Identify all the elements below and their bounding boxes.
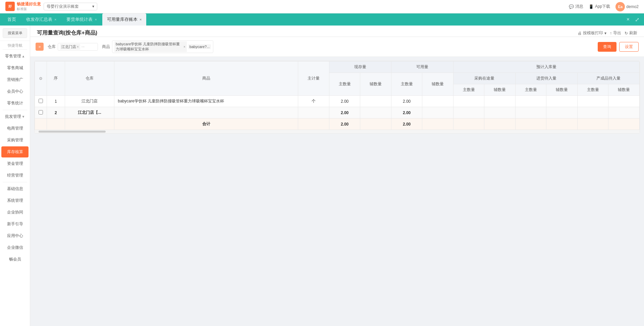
user-menu[interactable]: Ea demo2 bbox=[615, 2, 639, 11]
table-row: 2 江北门店【... 2.00 2.00 bbox=[35, 107, 640, 119]
row1-checkbox[interactable] bbox=[39, 99, 43, 103]
home-tab-label: 首页 bbox=[7, 16, 16, 22]
sidebar-item-retail-mall-label: 零售商城 bbox=[7, 65, 23, 71]
th-avail-main: 主数量 bbox=[391, 73, 422, 96]
scrollbar-thumb[interactable] bbox=[39, 131, 106, 133]
tab-receive-close[interactable]: × bbox=[54, 17, 56, 21]
settings-btn[interactable]: 设置 bbox=[619, 42, 639, 52]
column-settings-icon[interactable]: ⚙ bbox=[39, 76, 43, 81]
product-tag-1-close[interactable]: × bbox=[183, 45, 185, 49]
edition-label: 标准版 bbox=[17, 7, 41, 11]
sidebar-item-marketing[interactable]: 营销推广 bbox=[1, 74, 29, 85]
filter-area: » 仓库 江北门店 × ··· 商品 babycare学饮杯 儿童防摔防撞吸管杯… bbox=[30, 37, 644, 57]
sidebar-item-system[interactable]: 系统管理 bbox=[1, 195, 29, 206]
th-stock-group: 现存量 bbox=[329, 61, 391, 73]
td-total-empty4 bbox=[298, 119, 329, 130]
horizontal-scrollbar[interactable] bbox=[35, 130, 640, 133]
th-finished-main: 主数量 bbox=[577, 84, 608, 96]
product-tags-input[interactable]: babycare学饮杯 儿童防摔防撞吸管杯重力球吸嘴杯宝宝水杯 × babyca… bbox=[112, 40, 213, 53]
sidebar-item-member[interactable]: 会员中心 bbox=[1, 86, 29, 97]
warehouse-more-btn[interactable]: ··· bbox=[82, 45, 85, 49]
sidebar-item-retail-mgmt-label: 零售管理 bbox=[5, 53, 21, 59]
tab-expand-btn[interactable]: ⤢ bbox=[633, 16, 641, 23]
td-unit-2 bbox=[298, 107, 329, 119]
warehouse-tags-input[interactable]: 江北门店 × ··· bbox=[58, 43, 98, 51]
print-label: 按模板打印 bbox=[583, 30, 603, 36]
th-purchase-group: 采购在途量 bbox=[453, 73, 515, 84]
sidebar-item-inventory[interactable]: 库存核算 bbox=[1, 146, 29, 157]
td-total-stock-sub bbox=[360, 119, 391, 130]
td-total-incoming-sub bbox=[546, 119, 578, 130]
product-tag-1: babycare学饮杯 儿童防摔防撞吸管杯重力球吸嘴杯宝宝水杯 × bbox=[114, 41, 187, 52]
td-purchase-sub-1 bbox=[484, 96, 516, 107]
td-stock-main-2: 2.00 bbox=[329, 107, 360, 119]
sidebar-item-finance[interactable]: 资金管理 bbox=[1, 158, 29, 169]
page-title: 可用量查询(按仓库+商品) bbox=[37, 30, 97, 37]
refresh-icon: ↻ bbox=[625, 31, 628, 36]
th-stock-sub: 辅数量 bbox=[360, 73, 391, 96]
sidebar-item-ecommerce-label: 电商管理 bbox=[7, 126, 23, 131]
sidebar-item-operations[interactable]: 经营管理 bbox=[1, 170, 29, 181]
tab-home[interactable]: 首页 bbox=[3, 13, 21, 26]
expand-icon: ▲ bbox=[22, 54, 25, 58]
query-btn[interactable]: 查询 bbox=[598, 42, 616, 52]
sidebar-item-retail-mall[interactable]: 零售商城 bbox=[1, 62, 29, 74]
sidebar-item-finance-label: 资金管理 bbox=[7, 161, 23, 167]
sidebar-item-newbie-label: 新手引导 bbox=[7, 221, 23, 227]
refresh-btn[interactable]: ↻ 刷新 bbox=[625, 30, 637, 36]
td-finished-main-2 bbox=[577, 107, 608, 119]
td-stock-sub-1 bbox=[360, 96, 391, 107]
td-checkbox[interactable] bbox=[35, 96, 47, 107]
quick-nav-label[interactable]: 快捷导航 bbox=[0, 41, 30, 49]
sidebar-item-wechat[interactable]: 企业微信 bbox=[1, 242, 29, 253]
messages-btn[interactable]: 💬 消息 bbox=[569, 4, 583, 9]
tab-receive-label: 收发存汇总表 bbox=[26, 16, 52, 22]
sidebar-item-app-center[interactable]: 应用中心 bbox=[1, 230, 29, 241]
tab-order-stats-close[interactable]: × bbox=[95, 17, 97, 21]
sidebar-item-member2-label: 畅会员 bbox=[9, 257, 21, 262]
sidebar-item-wholesale-mgmt-label: 批发管理 bbox=[5, 114, 21, 120]
tab-available-stock[interactable]: 可用量库存账本 × bbox=[102, 13, 146, 26]
sidebar-item-enterprise[interactable]: 企业协同 bbox=[1, 207, 29, 218]
tab-receive[interactable]: 收发存汇总表 × bbox=[21, 13, 61, 26]
top-bar-right: 💬 消息 📱 App下载 Ea demo2 bbox=[569, 2, 639, 11]
td-seq-2: 2 bbox=[47, 107, 65, 119]
product-tag-text-1: babycare学饮杯 儿童防摔防撞吸管杯重力球吸嘴杯宝宝水杯 bbox=[116, 42, 183, 52]
dropdown-arrow-icon: ▾ bbox=[92, 4, 94, 9]
export-btn[interactable]: ↑ 导出 bbox=[610, 30, 621, 36]
sidebar-item-basics[interactable]: 基础信息 bbox=[1, 183, 29, 194]
th-incoming-sub: 辅数量 bbox=[546, 84, 578, 96]
content-area: 可用量查询(按仓库+商品) 🖨 按模板打印 ▾ ↑ 导出 ↻ 刷新 bbox=[30, 26, 644, 326]
sidebar-item-ecommerce[interactable]: 电商管理 bbox=[1, 123, 29, 134]
td-total-purchase-sub bbox=[484, 119, 516, 130]
tab-order-stats[interactable]: 要货单统计表 × bbox=[62, 13, 101, 26]
industry-selector[interactable]: 母婴行业演示账套 ▾ bbox=[44, 3, 97, 10]
warehouse-tag-text: 江北门店 bbox=[61, 44, 76, 49]
sidebar-item-retail-mgmt[interactable]: 零售管理 ▲ bbox=[1, 51, 29, 62]
tab-available-stock-close[interactable]: × bbox=[140, 17, 142, 21]
sidebar-item-member2[interactable]: 畅会员 bbox=[1, 254, 29, 265]
row2-checkbox[interactable] bbox=[39, 110, 43, 114]
td-total-avail-main: 2.00 bbox=[391, 119, 422, 130]
td-incoming-sub-1 bbox=[546, 96, 578, 107]
td-warehouse-1: 江北门店 bbox=[65, 96, 114, 107]
toggle-icon: » bbox=[39, 44, 41, 49]
app-download-btn[interactable]: 📱 App下载 bbox=[589, 4, 610, 9]
filter-toggle-btn[interactable]: » bbox=[36, 43, 44, 51]
sidebar-item-wholesale-mgmt[interactable]: 批发管理 ▼ bbox=[1, 111, 29, 122]
th-settings[interactable]: ⚙ bbox=[35, 61, 47, 96]
sidebar-item-retail-stats[interactable]: 零售统计 bbox=[1, 98, 29, 109]
product-tag-text-2: babycare?... bbox=[190, 45, 210, 49]
industry-label: 母婴行业演示账套 bbox=[47, 4, 79, 9]
message-icon: 💬 bbox=[569, 4, 574, 9]
td-purchase-sub-2 bbox=[484, 107, 516, 119]
tab-order-stats-label: 要货单统计表 bbox=[66, 16, 93, 22]
print-btn[interactable]: 🖨 按模板打印 ▾ bbox=[578, 30, 606, 36]
tab-close-all-btn[interactable]: × bbox=[625, 16, 632, 22]
td-checkbox-2[interactable] bbox=[35, 107, 47, 119]
warehouse-tag-close[interactable]: × bbox=[77, 45, 79, 49]
sidebar-item-newbie[interactable]: 新手引导 bbox=[1, 219, 29, 230]
td-total-incoming-main bbox=[515, 119, 546, 130]
search-menu-btn[interactable]: 搜索菜单 bbox=[3, 28, 27, 38]
sidebar-item-purchase[interactable]: 采购管理 bbox=[1, 135, 29, 146]
